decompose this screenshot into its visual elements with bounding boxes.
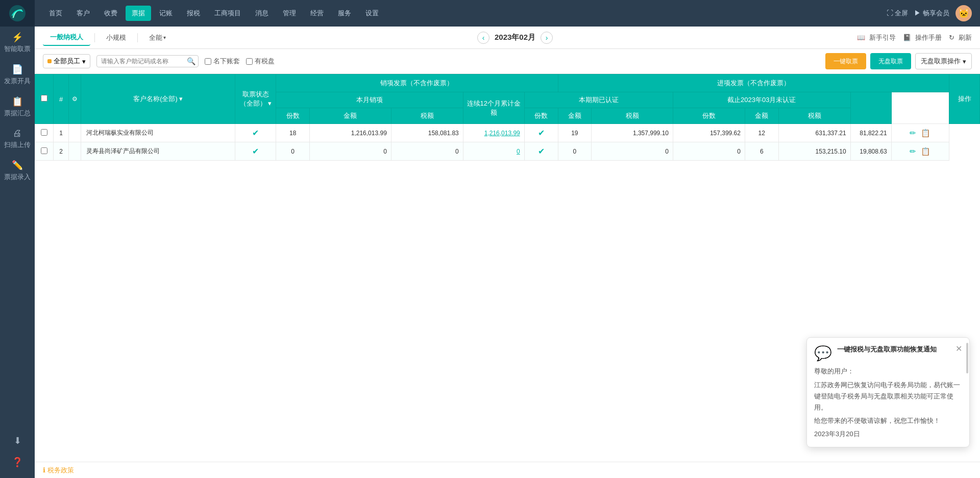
table-row: 2 灵寿县尚泽矿产品有限公司 ✔ 0 0 0 0 ✔ 0 0 0 6 153,2… bbox=[35, 142, 980, 161]
view-icon[interactable]: 📋 bbox=[921, 147, 930, 156]
tab-general[interactable]: 一般纳税人 bbox=[43, 30, 90, 46]
svg-point-0 bbox=[9, 5, 26, 21]
th-recog-status-group: 本期期已认证 bbox=[524, 92, 673, 108]
data-entry-icon: ✏️ bbox=[12, 160, 23, 171]
th-operation: 操作 bbox=[949, 74, 980, 124]
refresh-icon: ↻ bbox=[949, 34, 954, 41]
nav-tax[interactable]: 报税 bbox=[181, 6, 206, 21]
edit-icon[interactable]: ✏ bbox=[910, 147, 916, 156]
row-until-tax: 19,808.63 bbox=[850, 142, 891, 161]
nav-message[interactable]: 消息 bbox=[249, 6, 275, 21]
sidebar-item-download[interactable]: ⬇ bbox=[0, 430, 35, 451]
search-input[interactable] bbox=[96, 55, 199, 67]
notif-scrollbar[interactable] bbox=[966, 343, 968, 373]
th-sales-tax: 税额 bbox=[391, 108, 463, 124]
nav-bookkeeping[interactable]: 记账 bbox=[153, 6, 179, 21]
th-settings-icon[interactable]: ⚙ bbox=[69, 74, 81, 124]
month-nav: ‹ 2023年02月 › bbox=[477, 32, 553, 44]
refresh-btn[interactable]: ↻ 刷新 bbox=[949, 33, 972, 42]
nav-invoice[interactable]: 票据 bbox=[126, 6, 151, 21]
no-disk-fetch-btn[interactable]: 无盘取票 bbox=[870, 53, 911, 69]
tax-policy-link[interactable]: ℹ 税务政策 bbox=[43, 466, 74, 475]
row-until-count: 6 bbox=[745, 142, 778, 161]
member-btn[interactable]: ▶ 畅享会员 bbox=[914, 9, 949, 18]
filter-icon2: ▾ bbox=[268, 99, 272, 107]
row-purchase-tax: 0 bbox=[673, 142, 745, 161]
row-recog-status: ✔ bbox=[524, 142, 558, 161]
edit-icon[interactable]: ✏ bbox=[910, 129, 916, 137]
search-btn[interactable]: 🔍 bbox=[187, 57, 195, 65]
view-icon[interactable]: 📋 bbox=[921, 129, 930, 137]
notif-title-wrap: 一键报税与无盘取票功能恢复通知 bbox=[837, 345, 937, 357]
row-sales-amount: 0 bbox=[310, 142, 391, 161]
checkbox-subaccount[interactable]: 名下账套 bbox=[205, 57, 240, 66]
new-guide-icon: 📖 bbox=[857, 34, 865, 41]
sidebar-item-data-entry[interactable]: ✏️ 票据录入 bbox=[0, 155, 35, 187]
row-checkbox[interactable] bbox=[35, 124, 54, 142]
select-all-checkbox[interactable] bbox=[41, 95, 47, 102]
nav-manage[interactable]: 管理 bbox=[277, 6, 302, 21]
th-checkbox bbox=[35, 74, 54, 124]
th-fetch-status[interactable]: 取票状态（全部） ▾ bbox=[235, 74, 276, 124]
chevron-down-icon: ▾ bbox=[82, 58, 86, 65]
row-fetch-status: ✔ bbox=[235, 124, 276, 142]
no-disk-more-label: 无盘取票操作 bbox=[921, 57, 961, 66]
th-until-tax: 税额 bbox=[778, 108, 850, 124]
checkbox-taxdisk-input[interactable] bbox=[246, 58, 253, 65]
row-consecutive12[interactable]: 0 bbox=[463, 142, 524, 161]
employee-dot bbox=[47, 59, 52, 63]
th-customer[interactable]: 客户名称(全部) ▾ bbox=[81, 74, 235, 124]
nav-finance[interactable]: 经营 bbox=[304, 6, 330, 21]
user-avatar[interactable]: 🐱 bbox=[955, 5, 972, 21]
no-disk-more-btn[interactable]: 无盘取票操作 ▾ bbox=[915, 53, 972, 69]
notif-date: 2023年3月20日 bbox=[814, 429, 962, 440]
th-recog-status-col[interactable] bbox=[850, 92, 891, 124]
one-click-fetch-btn[interactable]: 一键取票 bbox=[825, 53, 866, 69]
fullscreen-btn[interactable]: ⛶ 全屏 bbox=[887, 9, 909, 18]
row-checkbox[interactable] bbox=[35, 142, 54, 161]
sidebar-item-scan-upload[interactable]: 🖨 扫描上传 bbox=[0, 123, 35, 155]
sidebar-item-help[interactable]: ❓ bbox=[0, 451, 35, 473]
info-icon: ℹ bbox=[43, 466, 45, 474]
tab-all[interactable]: 全能 ▾ bbox=[142, 30, 173, 45]
month-label: 2023年02月 bbox=[495, 33, 535, 42]
row-sales-count: 0 bbox=[276, 142, 310, 161]
prev-month-btn[interactable]: ‹ bbox=[477, 32, 489, 44]
notif-salutation: 尊敬的用户： bbox=[814, 366, 962, 377]
nav-home[interactable]: 首页 bbox=[43, 6, 68, 21]
sidebar-item-smart-fetch[interactable]: ⚡ 智能取票 bbox=[0, 27, 35, 59]
dropdown-icon: ▾ bbox=[963, 58, 966, 65]
nav-business[interactable]: 工商项目 bbox=[208, 6, 247, 21]
nav-customer[interactable]: 客户 bbox=[70, 6, 96, 21]
bottom-bar: ℹ 税务政策 bbox=[35, 462, 980, 478]
th-purchase-recog-tax: 税额 bbox=[592, 108, 673, 124]
row-actions: ✏ 📋 bbox=[891, 124, 949, 142]
invoice-table: # ⚙ 客户名称(全部) ▾ 取票状态（全部） ▾ 销项发票（不含作废票） bbox=[35, 74, 980, 161]
top-navbar: 首页 客户 收费 票据 记账 报税 工商项目 消息 管理 经营 服务 设置 ⛶ … bbox=[35, 0, 980, 27]
employee-filter[interactable]: 全部员工 ▾ bbox=[43, 54, 90, 68]
notif-close-btn[interactable]: ✕ bbox=[955, 345, 962, 353]
nav-settings[interactable]: 设置 bbox=[359, 6, 385, 21]
tab-small[interactable]: 小规模 bbox=[99, 30, 133, 45]
row-until-amount: 631,337.21 bbox=[778, 124, 850, 142]
row-recog-status: ✔ bbox=[524, 124, 558, 142]
checkbox-subaccount-input[interactable] bbox=[205, 58, 211, 65]
sidebar-item-issue-invoice[interactable]: 📄 发票开具 bbox=[0, 59, 35, 91]
manual-btn[interactable]: 📓 操作手册 bbox=[903, 33, 942, 42]
th-purchase-group: 进项发票（不含作废票） bbox=[558, 74, 949, 92]
th-sales-amount: 金额 bbox=[310, 108, 391, 124]
row-until-amount: 153,215.10 bbox=[778, 142, 850, 161]
next-month-btn[interactable]: › bbox=[541, 32, 553, 44]
checkbox-taxdisk[interactable]: 有税盘 bbox=[246, 57, 275, 66]
table-row: 1 河北柯瑞枞实业有限公司 ✔ 18 1,216,013.99 158,081.… bbox=[35, 124, 980, 142]
tab-right-actions: 📖 新手引导 📓 操作手册 ↻ 刷新 bbox=[857, 33, 972, 42]
row-until-count: 12 bbox=[745, 124, 778, 142]
nav-service[interactable]: 服务 bbox=[332, 6, 357, 21]
new-guide-btn[interactable]: 📖 新手引导 bbox=[857, 33, 896, 42]
nav-billing[interactable]: 收费 bbox=[98, 6, 124, 21]
th-this-month: 本月销项 bbox=[276, 92, 463, 108]
row-consecutive12[interactable]: 1,216,013.99 bbox=[463, 124, 524, 142]
app-logo bbox=[0, 0, 35, 27]
th-consecutive12: 连续12个月累计金额 bbox=[463, 92, 524, 124]
sidebar-item-invoice-summary[interactable]: 📋 票据汇总 bbox=[0, 91, 35, 123]
